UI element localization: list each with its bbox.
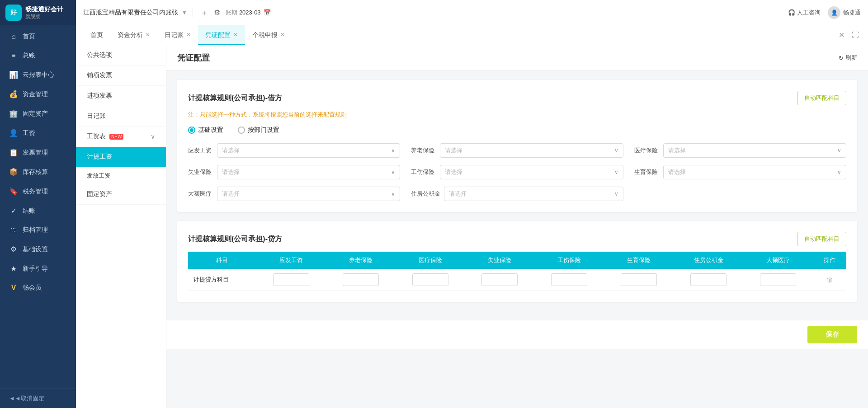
input-unemployment[interactable] bbox=[481, 273, 518, 286]
left-menu-payroll-table[interactable]: 工资表 NEW ∨ bbox=[76, 127, 166, 147]
maternity-label: 生育保险 bbox=[634, 168, 660, 176]
sidebar-item-settings[interactable]: ⚙ 基础设置 bbox=[0, 239, 76, 259]
cell-wages bbox=[256, 269, 326, 291]
headphone-icon: 🎧 bbox=[788, 9, 795, 16]
tab-voucher-close[interactable]: ✕ bbox=[233, 25, 238, 45]
sidebar-item-assets[interactable]: 🏢 固定资产 bbox=[0, 104, 76, 123]
delete-row-button[interactable]: 🗑 bbox=[826, 276, 833, 283]
sidebar-item-vip[interactable]: V 畅会员 bbox=[0, 278, 76, 297]
company-selector[interactable]: 江西服宝精品有限责任公司内账张 ▼ bbox=[83, 9, 187, 17]
sidebar-item-close[interactable]: ✓ 结账 bbox=[0, 201, 76, 220]
calendar-icon[interactable]: 📅 bbox=[264, 9, 271, 16]
tab-home[interactable]: 首页 bbox=[83, 25, 110, 45]
tab-journal-close[interactable]: ✕ bbox=[186, 25, 191, 45]
tab-tax-close[interactable]: ✕ bbox=[280, 25, 285, 45]
left-menu-journal[interactable]: 日记账 bbox=[76, 106, 166, 127]
left-menu: 公共选项 销项发票 进项发票 日记账 工资表 NEW ∨ 计提工资 发放工资 bbox=[76, 45, 166, 408]
injury-select[interactable]: 请选择 ∨ bbox=[440, 165, 623, 179]
wages-select[interactable]: 请选择 ∨ bbox=[217, 143, 400, 158]
left-menu-sales[interactable]: 销项发票 bbox=[76, 66, 166, 86]
assets-icon: 🏢 bbox=[9, 109, 18, 118]
sidebar-item-inventory[interactable]: 📦 库存核算 bbox=[0, 162, 76, 182]
input-large-medical[interactable] bbox=[760, 273, 796, 286]
unemployment-dropdown-icon: ∨ bbox=[391, 169, 395, 175]
settings-gear-button[interactable]: ⚙ bbox=[210, 6, 224, 19]
medical-select[interactable]: 请选择 ∨ bbox=[663, 143, 846, 158]
user-menu[interactable]: 👤 畅捷通 bbox=[828, 6, 861, 19]
company-dropdown-icon: ▼ bbox=[182, 9, 187, 16]
pension-dropdown-icon: ∨ bbox=[614, 147, 618, 154]
input-maternity[interactable] bbox=[621, 273, 657, 286]
radio-dept[interactable]: 按部门设置 bbox=[238, 126, 279, 134]
large-medical-select[interactable]: 请选择 ∨ bbox=[217, 187, 400, 201]
left-menu-public[interactable]: 公共选项 bbox=[76, 45, 166, 66]
cell-action: 🗑 bbox=[813, 269, 846, 291]
tab-funds[interactable]: 资金分析 ✕ bbox=[110, 25, 157, 45]
wages-label: 应发工资 bbox=[188, 146, 213, 155]
cell-pension bbox=[326, 269, 396, 291]
housing-select[interactable]: 请选择 ∨ bbox=[444, 187, 623, 201]
injury-label: 工伤保险 bbox=[411, 168, 436, 176]
medical-dropdown-icon: ∨ bbox=[837, 147, 841, 154]
form-item-medical: 医疗保险 请选择 ∨ bbox=[634, 143, 846, 158]
left-menu-payroll-pay[interactable]: 发放工资 bbox=[76, 167, 166, 184]
funds-icon: 💰 bbox=[9, 90, 18, 98]
save-button[interactable]: 保存 bbox=[807, 326, 857, 343]
pension-label: 养老保险 bbox=[411, 146, 436, 155]
left-menu-purchase[interactable]: 进项发票 bbox=[76, 86, 166, 106]
input-housing[interactable] bbox=[690, 273, 726, 286]
guide-icon: ★ bbox=[9, 264, 18, 273]
tab-funds-close[interactable]: ✕ bbox=[146, 25, 150, 45]
tab-voucher[interactable]: 凭证配置 ✕ bbox=[198, 25, 245, 45]
sidebar-item-tax[interactable]: 🔖 税务管理 bbox=[0, 182, 76, 201]
vip-icon: V bbox=[9, 284, 18, 292]
sidebar-item-guide[interactable]: ★ 新手引导 bbox=[0, 259, 76, 278]
radio-basic[interactable]: 基础设置 bbox=[188, 126, 223, 134]
input-pension[interactable] bbox=[343, 273, 379, 286]
maternity-dropdown-icon: ∨ bbox=[837, 169, 841, 175]
sidebar-item-funds[interactable]: 💰 资金管理 bbox=[0, 84, 76, 104]
credit-auto-match-button[interactable]: 自动匹配科目 bbox=[797, 232, 846, 246]
credit-table: 科目 应发工资 养老保险 医疗保险 失业保险 工伤保险 生育保险 住房公积金 大… bbox=[188, 252, 846, 291]
unpin-button[interactable]: ◄◄取消固定 bbox=[0, 389, 76, 408]
sidebar-item-archive[interactable]: 🗂 归档管理 bbox=[0, 220, 76, 239]
close-tab-icon[interactable]: ✕ bbox=[837, 29, 846, 41]
form-item-maternity: 生育保险 请选择 ∨ bbox=[634, 165, 846, 179]
maternity-select[interactable]: 请选择 ∨ bbox=[663, 165, 846, 179]
main-area: 江西服宝精品有限责任公司内账张 ▼ ＋ ⚙ 账期 2023-03 📅 🎧 人工咨… bbox=[76, 0, 868, 408]
housing-label: 住房公积金 bbox=[411, 190, 440, 198]
input-injury[interactable] bbox=[551, 273, 587, 286]
col-housing: 住房公积金 bbox=[674, 252, 743, 269]
expand-payroll-icon: ∨ bbox=[151, 133, 155, 140]
expand-icon[interactable]: ⛶ bbox=[850, 29, 861, 41]
col-maternity: 生育保险 bbox=[604, 252, 674, 269]
input-medical[interactable] bbox=[412, 273, 448, 286]
sidebar-item-reports[interactable]: 📊 云报表中心 bbox=[0, 65, 76, 84]
service-button[interactable]: 🎧 人工咨询 bbox=[788, 9, 821, 17]
close-period-icon: ✓ bbox=[9, 206, 18, 215]
pension-select[interactable]: 请选择 ∨ bbox=[440, 143, 623, 158]
left-menu-payroll[interactable]: 计提工资 bbox=[76, 147, 166, 167]
sidebar-item-ledger[interactable]: ≡ 总账 bbox=[0, 46, 76, 65]
invoice-icon: 📋 bbox=[9, 148, 18, 157]
sidebar-item-salary[interactable]: 👤 工资 bbox=[0, 123, 76, 143]
tab-journal[interactable]: 日记账 ✕ bbox=[157, 25, 198, 45]
left-menu-fixed[interactable]: 固定资产 bbox=[76, 184, 166, 205]
debit-section-header: 计提核算规则(公司承担)-借方 自动匹配科目 bbox=[188, 91, 846, 105]
tab-tax[interactable]: 个税申报 ✕ bbox=[245, 25, 292, 45]
add-company-button[interactable]: ＋ bbox=[198, 5, 210, 20]
form-item-injury: 工伤保险 请选择 ∨ bbox=[411, 165, 623, 179]
form-item-pension: 养老保险 请选择 ∨ bbox=[411, 143, 623, 158]
refresh-icon: ↻ bbox=[839, 55, 844, 61]
medical-label: 医疗保险 bbox=[634, 146, 660, 155]
refresh-button[interactable]: ↻ 刷新 bbox=[839, 54, 857, 62]
cell-medical bbox=[396, 269, 465, 291]
input-wages[interactable] bbox=[273, 273, 309, 286]
sidebar-item-invoice[interactable]: 📋 发票管理 bbox=[0, 143, 76, 162]
cell-maternity bbox=[604, 269, 674, 291]
unemployment-select[interactable]: 请选择 ∨ bbox=[217, 165, 400, 179]
form-item-housing: 住房公积金 请选择 ∨ bbox=[411, 187, 623, 201]
home-icon: ⌂ bbox=[9, 33, 18, 41]
sidebar-item-home[interactable]: ⌂ 首页 bbox=[0, 27, 76, 46]
debit-auto-match-button[interactable]: 自动匹配科目 bbox=[797, 91, 846, 105]
